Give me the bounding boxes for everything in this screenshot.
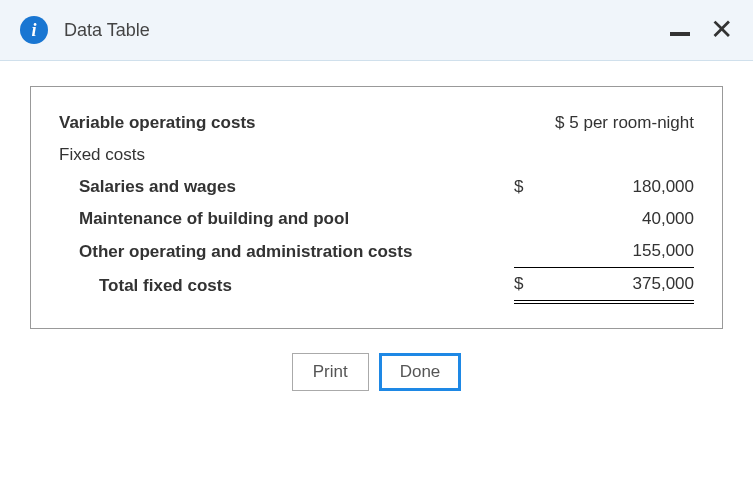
- done-button[interactable]: Done: [379, 353, 462, 391]
- close-icon[interactable]: ✕: [710, 16, 733, 44]
- data-table-box: Variable operating costs $ 5 per room-ni…: [30, 86, 723, 329]
- row-currency: [514, 203, 544, 235]
- content-area: Variable operating costs $ 5 per room-ni…: [0, 61, 753, 416]
- total-value: 375,000: [544, 268, 694, 303]
- total-label: Total fixed costs: [59, 268, 514, 303]
- row-label: Other operating and administration costs: [59, 235, 514, 268]
- costs-table: Variable operating costs $ 5 per room-ni…: [59, 107, 694, 304]
- table-row: Salaries and wages $ 180,000: [59, 171, 694, 203]
- button-row: Print Done: [30, 353, 723, 391]
- variable-costs-value: $ 5 per room-night: [514, 107, 694, 139]
- row-value: 40,000: [544, 203, 694, 235]
- info-icon: i: [20, 16, 48, 44]
- row-value: 180,000: [544, 171, 694, 203]
- table-row: Variable operating costs $ 5 per room-ni…: [59, 107, 694, 139]
- minimize-icon[interactable]: [670, 32, 690, 36]
- row-label: Salaries and wages: [59, 171, 514, 203]
- row-label: Maintenance of building and pool: [59, 203, 514, 235]
- dialog-header: i Data Table ✕: [0, 0, 753, 61]
- row-value: 155,000: [544, 235, 694, 268]
- dialog-title: Data Table: [64, 20, 670, 41]
- table-row: Fixed costs: [59, 139, 694, 171]
- row-currency: $: [514, 171, 544, 203]
- table-row: Other operating and administration costs…: [59, 235, 694, 268]
- variable-costs-label: Variable operating costs: [59, 107, 514, 139]
- table-row: Total fixed costs $ 375,000: [59, 268, 694, 303]
- print-button[interactable]: Print: [292, 353, 369, 391]
- table-row: Maintenance of building and pool 40,000: [59, 203, 694, 235]
- fixed-costs-label: Fixed costs: [59, 139, 514, 171]
- total-currency: $: [514, 268, 544, 303]
- row-currency: [514, 235, 544, 268]
